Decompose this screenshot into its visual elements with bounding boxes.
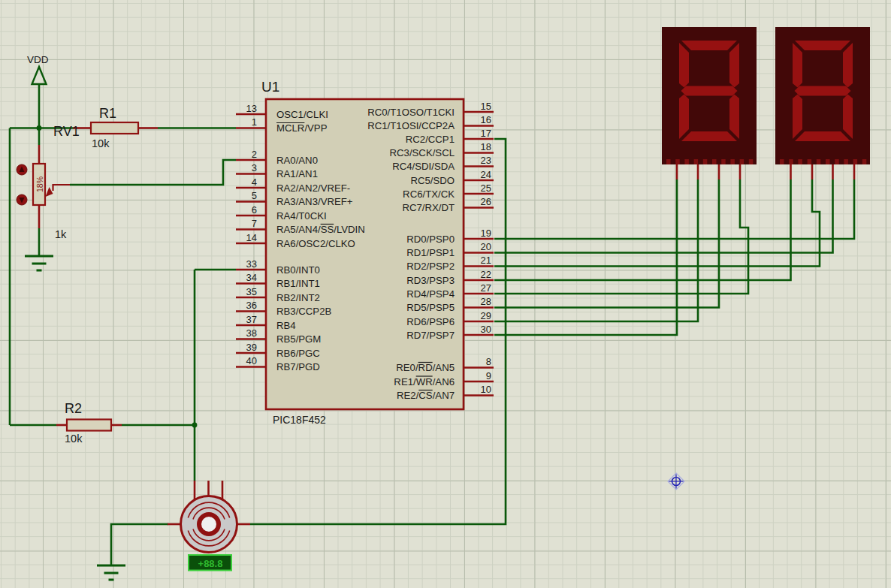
pin-number-9: 9: [486, 370, 491, 381]
wire-rd1-display2[interactable]: [494, 179, 833, 253]
pin-label-18: RC3/SCK/SCL: [390, 147, 455, 158]
display-pin-nub: [808, 159, 812, 164]
resistor-r2[interactable]: [67, 420, 111, 431]
pin-label-7: RA5/AN4/SS/LVDIN: [276, 224, 365, 235]
pin-label-4: RA2/AN2/VREF-: [276, 182, 350, 194]
pin-number-35: 35: [246, 286, 257, 297]
pin-label-13: OSC1/CLKI: [276, 109, 328, 120]
pin-label-39: RB6/PGC: [276, 348, 320, 359]
segment-d: [681, 131, 737, 141]
pin-label-27: RD4/PSP4: [406, 288, 455, 300]
wire-motor-ground[interactable]: [111, 524, 168, 565]
pin-number-28: 28: [481, 296, 491, 307]
pin-label-14: RA6/OSC2/CLKO: [276, 238, 355, 249]
wire-rd3-display2[interactable]: [494, 179, 791, 280]
pin-label-24: RC5/SDO: [410, 175, 455, 186]
pin-label-36: RB3/CCP2B: [276, 306, 331, 317]
pin-number-10: 10: [481, 384, 491, 395]
pin-number-23: 23: [481, 155, 491, 166]
wire-junction-dot: [37, 125, 42, 131]
vdd-power-symbol[interactable]: [32, 67, 47, 84]
display-pin-nub: [703, 159, 708, 164]
pin-label-34: RB1/INT1: [276, 278, 320, 289]
pin-number-2: 2: [252, 149, 257, 160]
pin-label-28: RD5/PSP5: [406, 302, 455, 313]
display-pin-nub: [684, 159, 689, 164]
r2-ref-label: R2: [65, 401, 82, 416]
pin-number-16: 16: [481, 114, 491, 125]
motor[interactable]: [181, 496, 237, 553]
rv1-value-label: 1k: [55, 228, 67, 240]
segment-a: [681, 41, 737, 50]
display-pin-nub: [817, 159, 821, 164]
wire-junction-dot: [192, 423, 198, 428]
seven-seg-display-2[interactable]: [775, 27, 870, 164]
resistor-r1[interactable]: [91, 122, 138, 134]
motor-readout: +88.8: [198, 558, 223, 569]
pin-label-17: RC2/CCP1: [406, 134, 455, 145]
pin-number-25: 25: [481, 182, 491, 194]
wire-rd4-display1[interactable]: [494, 179, 748, 294]
pin-number-37: 37: [246, 314, 257, 325]
pin-label-22: RD3/PSP3: [406, 275, 455, 286]
pot-adjust-down-button[interactable]: [17, 194, 27, 205]
pin-number-13: 13: [246, 103, 257, 114]
pin-label-3: RA1/AN1: [276, 168, 318, 179]
motor-shaft: [199, 514, 219, 534]
segment-d: [795, 131, 850, 141]
pin-label-26: RC7/RX/DT: [402, 202, 455, 213]
pin-number-19: 19: [481, 228, 491, 239]
pin-number-36: 36: [246, 300, 257, 311]
schematic-svg: 13OSC1/CLKI1MCLR/VPP2RA0/AN03RA1/AN14RA2…: [0, 0, 891, 588]
ground-symbol-1[interactable]: [25, 256, 53, 270]
segment-g: [681, 86, 738, 96]
display-pin-nub: [666, 159, 671, 164]
segment-a: [795, 41, 850, 50]
pin-label-30: RD7/PSP7: [406, 330, 455, 341]
wire-rd5-display1[interactable]: [494, 179, 719, 308]
pin-number-22: 22: [481, 269, 491, 280]
pot-adjust-up-button[interactable]: [17, 164, 27, 175]
display-pin-nub: [835, 159, 839, 164]
rv1-ref-label: RV1: [53, 124, 80, 139]
mcu-pic18f452[interactable]: 13OSC1/CLKI1MCLR/VPP2RA0/AN03RA1/AN14RA2…: [236, 99, 494, 409]
pin-label-10: RE2/CS/AN7: [397, 390, 455, 401]
segment-g: [795, 86, 851, 96]
pin-number-40: 40: [246, 355, 257, 366]
display-pin-nub: [675, 159, 680, 164]
pin-label-38: RB5/PGM: [276, 333, 321, 345]
pin-number-30: 30: [481, 324, 491, 335]
pin-number-15: 15: [481, 101, 491, 112]
wire-rd0-display2[interactable]: [494, 179, 854, 239]
pin-number-1: 1: [252, 116, 257, 128]
pin-label-16: RC1/T1OSI/CCP2A: [367, 120, 455, 131]
pin-number-26: 26: [481, 196, 491, 207]
pin-number-17: 17: [481, 128, 491, 139]
pin-number-6: 6: [252, 204, 257, 216]
schematic-canvas: 13OSC1/CLKI1MCLR/VPP2RA0/AN03RA1/AN14RA2…: [0, 0, 891, 588]
pin-label-40: RB7/PGD: [276, 361, 320, 372]
pin-label-19: RD0/PSP0: [406, 234, 455, 245]
seven-seg-display-1[interactable]: [662, 27, 757, 164]
display-pin-nub: [862, 159, 867, 164]
pin-label-29: RD6/PSP6: [406, 316, 455, 327]
pot-wiper-arrow: [46, 187, 53, 197]
wire-wiper-to-ra0[interactable]: [70, 160, 236, 185]
pin-label-35: RB2/INT2: [276, 292, 320, 303]
pin-number-21: 21: [481, 255, 491, 266]
r1-value-label: 10k: [92, 137, 110, 149]
display-pin-nub: [730, 159, 735, 164]
wire-rd7-display1[interactable]: [494, 179, 677, 335]
origin-marker: [668, 473, 684, 490]
pin-number-34: 34: [246, 272, 257, 283]
ground-symbol-2[interactable]: [97, 565, 125, 580]
pin-label-21: RD2/PSP2: [406, 261, 455, 272]
pin-label-33: RB0/INT0: [276, 264, 320, 276]
rv1-percent-label: 18%: [35, 176, 44, 192]
vdd-label: VDD: [27, 54, 49, 65]
wire-rd6-display1[interactable]: [494, 179, 698, 321]
pin-label-1: MCLR/VPP: [276, 122, 328, 134]
pin-label-8: RE0/RD/AN5: [396, 362, 455, 373]
pin-number-3: 3: [252, 162, 257, 173]
display-pin-nub: [740, 159, 745, 164]
